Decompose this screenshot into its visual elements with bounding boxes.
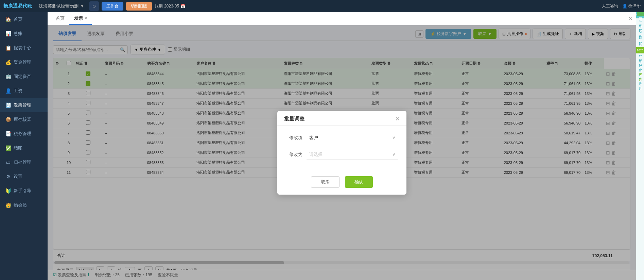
confirm-btn[interactable]: 确认 [345,176,373,188]
sidebar-item-archive[interactable]: 🗂 归档管理 [0,155,48,169]
reports-icon: 📋 [5,45,11,51]
home-icon: 🏠 [5,17,11,22]
cal-month-6[interactable]: 6月 [637,76,643,81]
tab-close-icon[interactable]: ✕ [84,16,87,20]
modify-field-select[interactable]: 客户 ∨ [307,133,398,143]
modify-to-select[interactable]: 请选择 ∨ [307,149,398,160]
sidebar-label-home: 首页 [14,16,22,22]
sidebar-item-salary[interactable]: 👤 工资 [0,84,48,98]
form-row-modify-field: 修改项 客户 ∨ [285,133,398,143]
dialog-overlay: 批量调整 ✕ 修改项 客户 ∨ [48,25,636,280]
switch-btn[interactable]: 切到旧版 [126,2,152,11]
workspace-btn[interactable]: 工作台 [102,2,123,11]
cal-month-5-active[interactable]: 5月 [637,72,643,77]
cal-year-2025: 2025 [636,47,644,53]
modify-field-label: 修改项 [285,135,302,141]
dialog-close-btn[interactable]: ✕ [395,116,400,122]
sidebar-item-funds[interactable]: 💰 资金管理 [0,55,48,69]
cal-month-8[interactable]: 8月 [637,18,643,23]
top-bar-right: 人工咨询 👤 徐泽华 [602,3,641,9]
sidebar-item-member[interactable]: 👑 畅会员 [0,198,48,212]
tax-icon: 📑 [5,131,11,136]
archive-icon: 🗂 [5,160,11,165]
top-bar: 畅康通易代账 沈海英测试经营勿删 ▼ ⊙ 工作台 切到旧版 账期 2023-05… [0,0,644,12]
content-area: 首页 发票 ✕ ✕ 销项发票 进项发票 费用小票 ⊞ [48,12,636,280]
sidebar-item-ledger[interactable]: 📊 总账 [0,27,48,41]
main-content: 销项发票 进项发票 费用小票 ⊞ ⚡ 税务数字账户 ▼ 取票 [48,25,636,280]
salary-icon: 👤 [5,88,11,94]
cancel-btn[interactable]: 取消 [311,176,340,188]
company-icon[interactable]: ⊙ [89,1,99,11]
chevron-down-icon: ∨ [392,135,396,140]
sidebar-item-invoice[interactable]: 🧾 发票管理 [0,98,48,112]
cal-month-2[interactable]: 2月 [637,58,643,63]
cal-month-3[interactable]: 3月 [637,63,643,67]
modify-to-label: 修改为 [285,151,302,158]
cal-month-9[interactable]: 9月 [637,23,643,28]
ai-consult[interactable]: 人工咨询 [602,3,618,9]
modify-to-placeholder: 请选择 [309,151,323,158]
dialog-title: 批量调整 [284,116,304,122]
period-display: 账期 2023-05 📅 [155,3,186,9]
chevron-down-icon-2: ∨ [392,152,396,157]
open-invoice-btn[interactable]: 开票出 [637,12,644,16]
sidebar-item-settings[interactable]: ⚙ 设置 [0,169,48,184]
company-name: 沈海英测试经营勿删 [39,3,79,9]
dialog-body: 修改项 客户 ∨ 修改为 请选择 ∨ [277,126,406,173]
app-logo: 畅康通易代账 [3,3,32,9]
tab-invoice[interactable]: 发票 ✕ [69,13,92,25]
user-name: 👤 徐泽华 [622,3,641,9]
cal-month-4[interactable]: 4月 [637,67,643,72]
tab-bar: 首页 发票 ✕ ✕ [48,12,636,25]
sidebar: 🏠 首页 📊 总账 📋 报表中心 💰 资金管理 🏢 固定资产 👤 工资 [0,12,48,280]
member-icon: 👑 [5,202,11,208]
modify-field-value: 客户 [309,135,318,141]
invoice-icon: 🧾 [5,102,11,108]
cal-month-11[interactable]: 11月 [637,34,643,40]
guide-icon: 🔰 [5,188,11,194]
close-period-icon: ✅ [5,145,11,151]
tab-home[interactable]: 首页 [51,13,69,25]
inventory-icon: 📦 [5,117,11,122]
cal-month-12[interactable]: 12月 [637,40,643,47]
sidebar-item-home[interactable]: 🏠 首页 [0,12,48,27]
dialog-footer: 取消 确认 [277,173,406,195]
sidebar-item-inventory[interactable]: 📦 库存核算 [0,112,48,127]
sidebar-item-close[interactable]: ✅ 结账 [0,141,48,155]
sidebar-item-guide[interactable]: 🔰 新手引导 [0,184,48,198]
assets-icon: 🏢 [5,74,11,79]
batch-adjust-dialog: 批量调整 ✕ 修改项 客户 ∨ [277,111,406,195]
ledger-icon: 📊 [5,31,11,36]
right-calendar-panel: 2023.0 8月 9月 10月 11月 12月 2025 1月 2月 3月 4… [636,12,644,280]
funds-icon: 💰 [5,60,11,65]
cal-month-1[interactable]: 1月 [637,53,643,58]
cal-month-7[interactable]: 7月 [637,81,643,86]
close-all-icon[interactable]: ✕ [628,15,632,22]
sidebar-item-reports[interactable]: 📋 报表中心 [0,41,48,55]
company-dropdown[interactable]: ▼ [80,4,84,9]
cal-month-10[interactable]: 10月 [637,28,643,34]
sidebar-item-tax[interactable]: 📑 税务管理 [0,127,48,141]
gear-icon: ⚙ [5,174,11,179]
dialog-header: 批量调整 ✕ [277,111,406,126]
sidebar-item-assets[interactable]: 🏢 固定资产 [0,69,48,84]
form-row-modify-to: 修改为 请选择 ∨ [285,149,398,160]
